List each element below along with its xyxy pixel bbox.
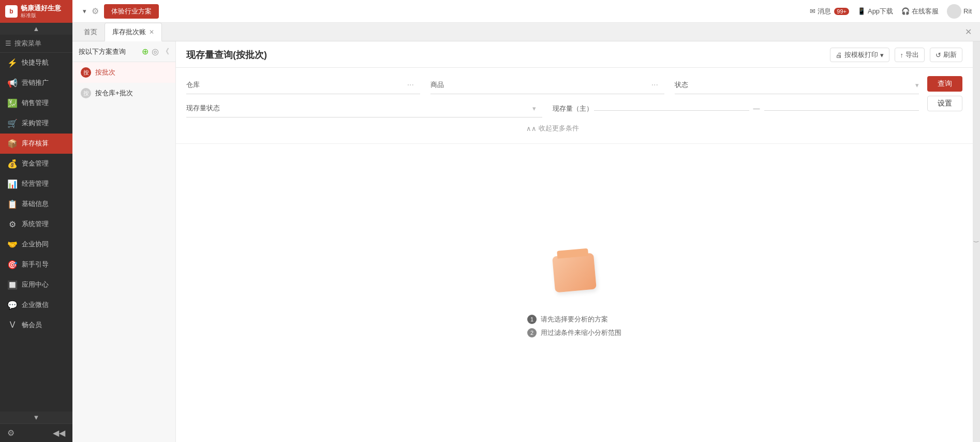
goods-more-icon[interactable]: ··· — [651, 80, 658, 90]
empty-tip-2: 2 用过滤条件来缩小分析范围 — [527, 328, 621, 337]
collapse-up-icon: ∧∧ — [526, 125, 537, 132]
nav-label-finance: 资金管理 — [22, 159, 49, 168]
nav-icon-members: V — [7, 320, 18, 330]
scheme-item-warehouse-batch[interactable]: 按 按仓库+批次 — [72, 83, 175, 104]
nav-icon-system: ⚙ — [7, 219, 18, 229]
right-panel: 现存量查询(按批次) 🖨 按模板打印 ▾ ↑ 导出 ↺ 刷新 — [176, 41, 973, 442]
current-stock-label: 现存量（主） — [553, 104, 594, 113]
search-icon: ☰ — [5, 39, 11, 47]
nav-icon-purchase: 🛒 — [7, 119, 18, 128]
empty-tip-1: 1 请先选择要分析的方案 — [527, 315, 621, 324]
sidebar-item-members[interactable]: V畅会员 — [0, 315, 72, 335]
search-label: 搜索菜单 — [14, 39, 41, 48]
topbar-right: ✉ 消息 99+ 📱 App下载 🎧 在线客服 Rit — [810, 4, 972, 19]
stock-status-select[interactable]: ▾ — [220, 105, 536, 112]
current-stock-min[interactable] — [594, 106, 749, 111]
app-download-item[interactable]: 📱 App下载 — [857, 7, 893, 16]
messages-badge: 99+ — [834, 8, 849, 15]
scheme-label-batch: 按批次 — [95, 68, 115, 77]
app-logo: b — [5, 5, 18, 18]
sidebar-item-wechat[interactable]: 💬企业微信 — [0, 295, 72, 315]
scheme-item-batch[interactable]: 按 按批次 — [72, 62, 175, 83]
right-edge-panel[interactable]: ⟩ — [973, 41, 980, 442]
topbar-gear-icon[interactable]: ⚙ — [92, 6, 99, 16]
sidebar-scroll-down[interactable]: ▼ — [0, 411, 72, 423]
current-stock-range: — — [594, 105, 919, 112]
current-stock-max[interactable] — [764, 106, 919, 111]
collapse-sidebar-icon[interactable]: ◀◀ — [53, 428, 65, 438]
scheme-icon-batch: 按 — [81, 67, 91, 78]
sidebar-item-sales[interactable]: 💹销售管理 — [0, 93, 72, 113]
settings-icon[interactable]: ⚙ — [7, 428, 14, 438]
sidebar-header: b 畅康通好生意 标准版 — [0, 0, 72, 23]
sidebar-item-finance[interactable]: 💰资金管理 — [0, 154, 72, 174]
filter-buttons-col: 查询 设置 — [919, 76, 962, 135]
experience-btn[interactable]: 体验行业方案 — [104, 4, 159, 19]
sidebar-search[interactable]: ☰ 搜索菜单 — [0, 35, 72, 53]
stock-status-label: 现存量状态 — [186, 104, 220, 113]
nav-label-quick-nav: 快捷导航 — [22, 58, 49, 67]
sidebar-item-marketing[interactable]: 📢营销推广 — [0, 73, 72, 93]
left-panel: 按以下方案查询 ⊕ ◎ 《 按 按批次 按 按仓库+批次 — [72, 41, 176, 442]
query-btn[interactable]: 查询 — [927, 76, 962, 92]
sidebar-item-inventory[interactable]: 📦库存核算 — [0, 134, 72, 154]
status-chevron-icon: ▾ — [915, 81, 919, 89]
collapse-conditions-btn[interactable]: ∧∧ 收起更多条件 — [186, 122, 919, 135]
refresh-icon: ↺ — [936, 51, 941, 59]
filter-settings-btn[interactable]: 设置 — [927, 96, 962, 111]
scheme-label-warehouse-batch: 按仓库+批次 — [95, 89, 133, 98]
sidebar: b 畅康通好生意 标准版 ▲ ☰ 搜索菜单 ⚡快捷导航📢营销推广💹销售管理🛒采购… — [0, 0, 72, 442]
add-scheme-icon[interactable]: ⊕ — [142, 47, 149, 56]
print-btn[interactable]: 🖨 按模板打印 ▾ — [830, 48, 889, 62]
sidebar-item-quick-nav[interactable]: ⚡快捷导航 — [0, 53, 72, 73]
topbar-left: ▾ ⚙ 体验行业方案 — [81, 4, 159, 19]
sidebar-item-basic[interactable]: 📋基础信息 — [0, 194, 72, 214]
empty-illustration — [543, 244, 605, 306]
filter-row-2: 现存量状态 ▾ 现存量（主） — — [186, 99, 919, 117]
collapse-left-panel-icon[interactable]: 《 — [162, 47, 169, 56]
goods-input[interactable] — [447, 81, 649, 89]
user-avatar-item[interactable]: Rit — [947, 4, 972, 19]
topbar-dropdown[interactable]: ▾ — [81, 7, 86, 15]
filter-stock-status: 现存量状态 ▾ — [186, 99, 542, 117]
headset-icon: 🎧 — [901, 7, 910, 15]
scheme-settings-icon[interactable]: ◎ — [152, 47, 159, 56]
dash-icon: — — [753, 105, 760, 112]
print-icon: 🖨 — [836, 51, 842, 59]
nav-label-purchase: 采购管理 — [22, 119, 49, 128]
nav-icon-basic: 📋 — [7, 199, 18, 209]
sidebar-footer: ⚙ ◀◀ — [0, 423, 72, 442]
messages-item[interactable]: ✉ 消息 99+ — [810, 7, 849, 16]
nav-label-wechat: 企业微信 — [22, 300, 49, 310]
online-service-item[interactable]: 🎧 在线客服 — [901, 7, 939, 16]
warehouse-more-icon[interactable]: ··· — [407, 80, 414, 90]
tab-home-label: 首页 — [84, 27, 97, 37]
nav-label-newbie: 新手引导 — [22, 260, 49, 269]
sidebar-item-purchase[interactable]: 🛒采购管理 — [0, 113, 72, 134]
sidebar-item-collab[interactable]: 🤝企业协同 — [0, 234, 72, 255]
warehouse-input[interactable] — [203, 81, 405, 89]
user-name: Rit — [963, 7, 972, 15]
sidebar-nav: ⚡快捷导航📢营销推广💹销售管理🛒采购管理📦库存核算💰资金管理📊经营管理📋基础信息… — [0, 53, 72, 411]
page-actions: 🖨 按模板打印 ▾ ↑ 导出 ↺ 刷新 — [830, 48, 963, 62]
panel-close-btn[interactable]: ✕ — [961, 25, 976, 39]
nav-icon-inventory: 📦 — [7, 139, 18, 149]
goods-label: 商品 — [430, 80, 445, 90]
nav-label-members: 畅会员 — [22, 320, 42, 330]
refresh-btn[interactable]: ↺ 刷新 — [930, 48, 962, 62]
tab-home[interactable]: 首页 — [77, 23, 105, 41]
sidebar-item-system[interactable]: ⚙系统管理 — [0, 214, 72, 234]
tab-batch-account[interactable]: 库存批次账 ✕ — [105, 23, 162, 41]
tab-close-icon[interactable]: ✕ — [149, 28, 154, 36]
sidebar-item-operation[interactable]: 📊经营管理 — [0, 174, 72, 194]
export-btn[interactable]: ↑ 导出 — [895, 48, 925, 62]
sidebar-item-apps[interactable]: 🔲应用中心 — [0, 275, 72, 295]
sidebar-scroll-up[interactable]: ▲ — [0, 23, 72, 35]
sidebar-item-newbie[interactable]: 🎯新手引导 — [0, 255, 72, 275]
status-select[interactable]: ▾ — [689, 81, 919, 89]
scheme-icon-warehouse-batch: 按 — [81, 88, 91, 98]
message-icon: ✉ — [810, 7, 815, 15]
empty-tips: 1 请先选择要分析的方案 2 用过滤条件来缩小分析范围 — [527, 315, 621, 342]
app-title: 畅康通好生意 标准版 — [21, 4, 61, 19]
nav-icon-apps: 🔲 — [7, 280, 18, 290]
